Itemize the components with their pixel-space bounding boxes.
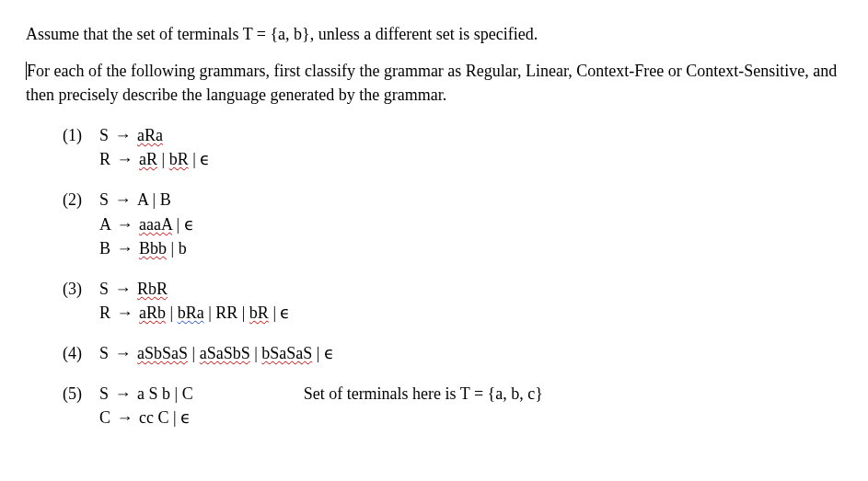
alternative-bar: | xyxy=(250,344,262,362)
rhs-term: aSaSbS xyxy=(200,344,250,362)
rhs-term: aSbSaS xyxy=(137,344,188,362)
arrow-icon: → xyxy=(115,215,140,234)
alternative-bar: | xyxy=(237,303,249,322)
alternative-bar: | xyxy=(188,344,200,362)
alternative-bar: | xyxy=(167,239,179,258)
production-first-line: (3)S → RbR xyxy=(63,277,842,301)
problem-item: (3)S → RbRR → aRb | bRa | RR | bR | ϵ xyxy=(63,277,842,325)
rhs-term: ϵ xyxy=(324,344,334,362)
production-rhs: a S b | C xyxy=(137,384,193,403)
production-lhs: S xyxy=(99,384,113,403)
production-rhs: aaaA | ϵ xyxy=(139,215,194,234)
production-first-line: (1)S → aRa xyxy=(63,123,842,147)
intro-text-1: Assume that the set of terminals T = {a,… xyxy=(26,25,538,43)
rhs-term: bRa xyxy=(178,303,204,322)
production: S → aRa xyxy=(99,123,163,147)
production-lhs: C xyxy=(99,408,115,427)
production-first-line: (4)S → aSbSaS | aSaSbS | bSaSaS | ϵ xyxy=(63,341,842,365)
production-rhs: aRb | bRa | RR | bR | ϵ xyxy=(139,303,290,322)
alternative-bar: | xyxy=(157,150,169,168)
production-lhs: B xyxy=(99,239,115,258)
problem-item: (1)S → aRaR → aR | bR | ϵ xyxy=(63,123,842,171)
alternative-bar: | xyxy=(204,303,216,322)
problem-number: (5) xyxy=(63,382,99,406)
production: S → A | B xyxy=(99,188,171,212)
rhs-term: aRa xyxy=(137,126,163,144)
rhs-term: cc C xyxy=(139,408,168,427)
production-lhs: S xyxy=(99,126,113,144)
production-first-line: (5)S → a S b | CSet of terminals here is… xyxy=(63,382,842,406)
arrow-icon: → xyxy=(113,344,138,362)
production-sub-line: R → aR | bR | ϵ xyxy=(99,147,842,171)
production-rhs: A | B xyxy=(137,190,171,209)
alternative-bar: | xyxy=(148,190,160,209)
production: S → a S b | C xyxy=(99,382,193,406)
production-rhs: aRa xyxy=(137,126,163,144)
problem-number: (2) xyxy=(63,188,99,212)
problem-item: (2)S → A | BA → aaaA | ϵB → Bbb | b xyxy=(63,188,842,259)
production-rhs: cc C | ϵ xyxy=(139,408,191,427)
rhs-term: bR xyxy=(169,150,189,168)
alternative-bar: | xyxy=(170,384,182,403)
production-rhs: aR | bR | ϵ xyxy=(139,150,210,168)
rhs-term: aaaA xyxy=(139,215,172,234)
arrow-icon: → xyxy=(113,384,138,403)
rhs-term: aRb xyxy=(139,303,166,322)
production-lhs: S xyxy=(99,344,113,362)
production-lhs: A xyxy=(99,215,115,234)
arrow-icon: → xyxy=(115,239,140,258)
rhs-term: RR xyxy=(215,303,237,322)
rhs-term: ϵ xyxy=(280,303,290,322)
rhs-term: ϵ xyxy=(180,408,191,427)
rhs-term: ϵ xyxy=(184,215,194,234)
problem-item: (4)S → aSbSaS | aSaSbS | bSaSaS | ϵ xyxy=(63,341,842,365)
arrow-icon: → xyxy=(113,190,138,209)
problem-number: (4) xyxy=(63,341,99,365)
production-lhs: R xyxy=(99,303,115,322)
problem-number: (1) xyxy=(63,123,99,147)
rhs-term: bR xyxy=(249,303,269,322)
arrow-icon: → xyxy=(115,150,140,168)
production-sub-line: C → cc C | ϵ xyxy=(99,406,842,429)
intro-paragraph-2: For each of the following grammars, firs… xyxy=(26,59,842,107)
production-sub-line: A → aaaA | ϵ xyxy=(99,212,842,236)
alternative-bar: | xyxy=(312,344,324,362)
production-lhs: S xyxy=(99,190,113,209)
production-rhs: aSbSaS | aSaSbS | bSaSaS | ϵ xyxy=(137,344,334,362)
intro-paragraph-1: Assume that the set of terminals T = {a,… xyxy=(26,22,842,46)
rhs-term: ϵ xyxy=(200,150,210,168)
alternative-bar: | xyxy=(269,303,281,322)
intro-text-2: For each of the following grammars, firs… xyxy=(26,62,837,104)
rhs-term: RbR xyxy=(137,280,168,298)
production: S → RbR xyxy=(99,277,168,301)
arrow-icon: → xyxy=(115,408,140,427)
problems-list: (1)S → aRaR → aR | bR | ϵ(2)S → A | BA →… xyxy=(63,123,842,429)
rhs-term: b xyxy=(179,239,187,258)
arrow-icon: → xyxy=(113,126,138,144)
rhs-term: bSaSaS xyxy=(261,344,312,362)
rhs-term: C xyxy=(182,384,193,403)
production-sub-line: B → Bbb | b xyxy=(99,236,842,260)
production-rhs: RbR xyxy=(137,280,168,298)
rhs-term: a S b xyxy=(137,384,170,403)
arrow-icon: → xyxy=(113,280,138,298)
production-sub-line: R → aRb | bRa | RR | bR | ϵ xyxy=(99,301,842,325)
problem-note: Set of terminals here is T = {a, b, c} xyxy=(304,382,543,406)
alternative-bar: | xyxy=(166,303,178,322)
production-lhs: S xyxy=(99,280,113,298)
alternative-bar: | xyxy=(189,150,201,168)
problem-item: (5)S → a S b | CSet of terminals here is… xyxy=(63,382,842,429)
rhs-term: aR xyxy=(139,150,157,168)
alternative-bar: | xyxy=(169,408,181,427)
alternative-bar: | xyxy=(172,215,184,234)
rhs-term: Bbb xyxy=(139,239,167,258)
rhs-term: B xyxy=(160,190,171,209)
arrow-icon: → xyxy=(115,303,140,322)
rhs-term: A xyxy=(137,190,148,209)
production-rhs: Bbb | b xyxy=(139,239,187,258)
production-lhs: R xyxy=(99,150,115,168)
production-first-line: (2)S → A | B xyxy=(63,188,842,212)
problem-number: (3) xyxy=(63,277,99,301)
production: S → aSbSaS | aSaSbS | bSaSaS | ϵ xyxy=(99,341,334,365)
